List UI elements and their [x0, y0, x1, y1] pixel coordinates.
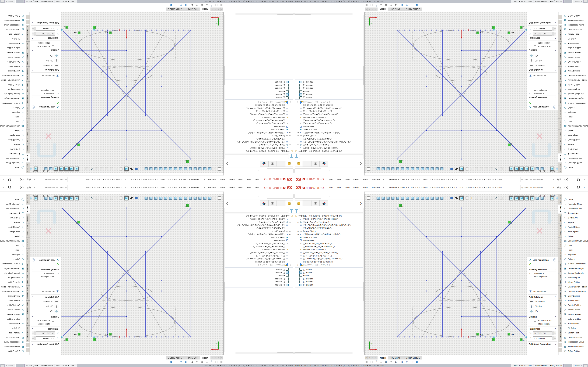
tab-surfaces[interactable]: Surfaces — [26, 143, 30, 153]
tree-item[interactable]: ◧Surface Bodies — [295, 128, 364, 131]
tool-3-point-center-recta-[interactable]: ◈3 Point Center Recta... — [0, 261, 26, 266]
tool-fit-spline[interactable]: ◟Fit Spline — [0, 36, 26, 41]
tool-sketch-fillet[interactable]: ◝Sketch Fillet — [0, 331, 26, 335]
swept-cut-icon[interactable] — [173, 167, 178, 171]
status-sketch-icon[interactable] — [1, 0, 4, 2]
tool-copy-entities[interactable]: ⧉Copy Entities — [562, 69, 588, 73]
pencil-icon[interactable] — [494, 167, 498, 171]
search-icon[interactable]: ⌕ — [36, 178, 37, 181]
wrap-cylinder-icon[interactable] — [149, 196, 153, 200]
perp-icon[interactable]: ⊥ — [80, 167, 84, 171]
part-doc-icon[interactable] — [217, 196, 222, 200]
dropdown-icon[interactable]: ▾ — [212, 167, 217, 171]
draft-arrow-icon[interactable] — [425, 167, 429, 171]
mdi-restore2-icon[interactable]: ❐ — [543, 170, 545, 172]
tree-item[interactable]: ✎◯Ƨ·∩Ж♟ΑΜ◯⊙◯ΜΑ♟Ж∩·Ƨ◯ — [295, 122, 364, 125]
tool-linear-sketch-pattern[interactable]: ⠿Linear Sketch Pattern — [0, 78, 26, 83]
tool-circular-sketch-pattern[interactable]: ✲Circular Sketch Pattern — [562, 73, 588, 78]
tree-item[interactable]: ▱◯✛℞ƏϨ⊙♟◯✳◉ǀ◯⊙◯ǀ◉✳◯♟⊙ϨƏ℞✛◯ — [224, 257, 293, 260]
tree-item[interactable]: ▱◯✛ИΝ♟÷◯✳◉ǀ◯⊙◯ǀ◉✳◯÷♟ИΝ✛◯ — [224, 251, 293, 254]
doc-tab-model[interactable]: Model — [199, 7, 211, 11]
wrap-cylinder-icon[interactable] — [435, 196, 439, 200]
menu-window[interactable]: Window — [206, 185, 217, 190]
tool-segment[interactable]: ⁘Segment — [562, 252, 588, 257]
cylinder-icon[interactable] — [144, 196, 148, 200]
tab-dimxpertmanager[interactable] — [260, 200, 268, 206]
vertical-icon[interactable]: | — [529, 304, 534, 308]
tool-mirror-entities[interactable]: ⫼Mirror Entities — [562, 83, 588, 87]
tab-dimxpertmanager[interactable] — [320, 161, 328, 167]
tree-item-sketch[interactable]: (-) Sketch4 — [295, 84, 364, 87]
fix-anchor-icon[interactable]: ⚓ — [54, 54, 59, 58]
arc-ghost-icon[interactable] — [475, 167, 479, 171]
cylinder-icon[interactable] — [440, 167, 444, 171]
boundary-boss-icon[interactable] — [188, 167, 192, 171]
checkbox[interactable] — [52, 42, 54, 44]
trim-ghost-icon[interactable] — [95, 196, 99, 200]
tab-weldments[interactable]: Weldments — [26, 94, 30, 106]
zebra-stripes-icon[interactable] — [454, 167, 459, 171]
tool-offset-entities[interactable]: ⊏Offset Entities — [562, 349, 588, 353]
tree-item[interactable]: ▶A◯ƧИΝ⊙✛Α✛ИΝΑ◯⊙◯ΑИΝ✛Α✛⊙ИΝƧ◯ — [295, 131, 364, 134]
tab-scroll-arrow-icon[interactable]: |◀ — [220, 7, 223, 11]
ellipse-ghost-icon[interactable] — [99, 167, 104, 171]
expand-arrow-icon[interactable]: ▶ — [297, 101, 299, 103]
existing-relations-list[interactable]: Collinear108Equal length109 — [32, 272, 56, 288]
tool-parallelogram[interactable]: ▱Parallelogram — [562, 87, 588, 92]
tool-move-entities[interactable]: ↗Move Entities — [0, 298, 26, 303]
tool-centerpoint-arc[interactable]: ◠Centerpoint Arc — [0, 156, 26, 161]
perp-point-icon[interactable]: ⊥ — [469, 196, 474, 200]
tool-tangent-arc[interactable]: ⌒Tangent Arc — [0, 151, 26, 156]
tool-line[interactable]: ╱Line — [0, 243, 26, 248]
tool-line[interactable]: ╱Line — [0, 119, 26, 124]
angle-parameter-input[interactable] — [533, 27, 553, 31]
tool-tangent-arc[interactable]: ⌒Tangent Arc — [562, 151, 588, 156]
dropdown-icon[interactable]: ▾ — [371, 167, 376, 171]
menu-view[interactable]: View — [343, 177, 351, 182]
tree-vertical-scrollbar[interactable] — [224, 15, 225, 159]
existing-relations-list[interactable]: Collinear108Equal length109 — [32, 79, 56, 95]
tree-item-sketch[interactable]: (-) Sketch4 — [224, 280, 293, 284]
menu-insert[interactable]: Insert — [227, 177, 236, 182]
tool-3-point-arc[interactable]: ◠3 Point Arc — [562, 216, 588, 220]
section-ghost-icon[interactable]: ◧ — [365, 360, 369, 364]
tree-item-sketch[interactable]: (-) Sketch2 — [224, 93, 293, 96]
menu-window[interactable]: Window — [371, 185, 382, 190]
tool-corner-rectangle[interactable]: ▭Corner Rectangle — [0, 271, 26, 275]
tool-sketch-fillet[interactable]: ◝Sketch Fillet — [562, 331, 588, 335]
tree-item[interactable]: Σ◯ƧИΝ⊙✛Α∪Ǝ◯⊙◯Ǝ∪Α✛⊙ИΝƧ◯ — [295, 119, 364, 122]
trim-ghost-icon[interactable] — [489, 167, 493, 171]
tool-spline[interactable]: ∿Spline — [0, 234, 26, 238]
angle-spinner[interactable]: ▲▼ — [32, 27, 35, 31]
hole-wizard-icon[interactable] — [164, 167, 168, 171]
tool-partial-ellipse[interactable]: ◖Partial Ellipse — [562, 138, 588, 142]
lofted-cut-icon[interactable] — [168, 167, 173, 171]
tree-item[interactable]: ❒Solid Bodies — [295, 125, 364, 128]
tool-extend-entities[interactable]: ⊺Extend Entities — [562, 46, 588, 50]
shell-monitor-icon[interactable] — [154, 196, 158, 200]
boundary-boss-icon[interactable] — [188, 196, 192, 200]
existing-relations-list[interactable]: Collinear108Equal length109 — [532, 272, 556, 288]
length-spinner[interactable]: ▲▼ — [553, 331, 556, 335]
tab-sketch[interactable]: Sketch — [26, 204, 30, 213]
tab-featuremanager-tree[interactable] — [285, 200, 293, 206]
grid-table-icon[interactable]: ▦ — [200, 360, 204, 364]
length-parameter-input[interactable] — [35, 32, 55, 36]
tree-item[interactable]: ★◯ƧƎЖ✛⊙ʘΛΑΦ◯⊙◯ΦΑΛʘ⊙✛ЖƎƧ◯ — [295, 146, 364, 150]
status-sketch-icon[interactable] — [584, 0, 587, 2]
tree-item[interactable]: ❒Solid Bodies — [295, 239, 364, 242]
tool-scale-entities[interactable]: ⤢Scale Entities — [562, 55, 588, 60]
tool-centerpoint-arc[interactable]: ◠Centerpoint Arc — [562, 206, 588, 211]
tree-item[interactable]: ◔◯Ƨ♟ƧИΝƎƧ◯⊙◯ƧƎИΝƧ♟Ƨ◯ — [224, 227, 293, 230]
folder-doc-icon[interactable]: ❏ — [410, 3, 414, 7]
swept-boss-icon[interactable] — [386, 196, 390, 200]
swept-boss-icon[interactable] — [386, 167, 390, 171]
snaps-eye-pressed-icon[interactable] — [59, 196, 63, 200]
tree-item[interactable]: ▦◯Ƨ✛ƎƧ◯ИΝ⊙✛ϽƎ∪ƎƧ◯⊙◯ƧƎ∪ƎϽ✛⊙ИΝ◯Ƨ✛Ƨ◯ — [295, 140, 364, 143]
expand-arrow-icon[interactable]: ▶ — [297, 234, 299, 235]
tree-item[interactable]: ⠿Material < not specified > — [295, 248, 364, 251]
section-ghost-icon[interactable]: ◧ — [219, 360, 223, 364]
relations-eye-pressed-icon[interactable] — [64, 196, 69, 200]
account-icon[interactable] — [557, 186, 561, 189]
tool-fit-spline[interactable]: ◟Fit Spline — [0, 326, 26, 330]
